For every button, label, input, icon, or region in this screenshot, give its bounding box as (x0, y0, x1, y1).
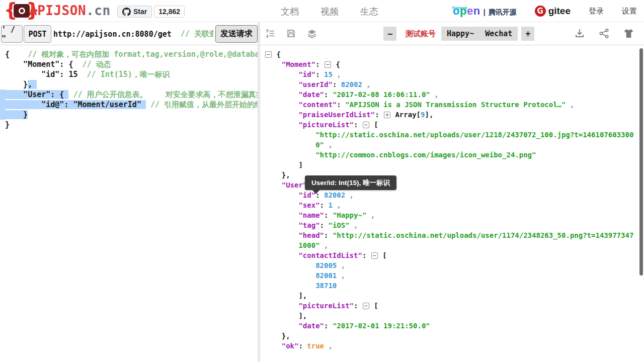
code-token (265, 121, 298, 129)
code-token: : (324, 90, 333, 99)
request-editor[interactable]: { // 根对象，可在内部加 format,tag,version,@role,… (0, 45, 258, 362)
code-token: , (337, 261, 345, 269)
code-token: : (320, 201, 329, 209)
code-token: "contactIdList" (298, 251, 362, 259)
collapse-icon[interactable]: − (265, 51, 272, 58)
code-token: "head" (298, 231, 324, 239)
code-token (265, 131, 315, 139)
layers-icon[interactable] (307, 29, 317, 39)
code-token (265, 101, 298, 109)
brand-name: APIJSON (29, 3, 86, 18)
code-line: "Moment": − { (265, 59, 644, 69)
tencent-divider: | (482, 9, 487, 17)
account-plus-button[interactable]: + (521, 27, 534, 41)
star-count[interactable]: 12,862 (154, 6, 185, 18)
code-token (265, 261, 315, 269)
collapse-icon[interactable]: − (325, 61, 331, 68)
quote-toggle-button[interactable]: ' / " (1, 25, 23, 43)
code-token: "date" (298, 322, 324, 330)
account-tab[interactable]: Wechat (479, 27, 518, 41)
nav-docs[interactable]: 文档 (281, 6, 299, 18)
settings-link[interactable]: 设置 (622, 7, 637, 16)
brand-title[interactable]: APIJSON.cn (29, 3, 111, 18)
code-token (265, 272, 315, 280)
nav-video[interactable]: 视频 (320, 6, 339, 18)
code-token: "sex" (298, 201, 319, 209)
main-nav: 文档 视频 生态 (281, 6, 378, 18)
code-token: : (375, 111, 383, 119)
toolbar: ' / " POST http://apijson.cn:8080/get //… (0, 22, 644, 45)
code-token: "id" (298, 70, 315, 78)
login-link[interactable]: 登录 (589, 7, 604, 16)
code-token: "2017-02-01 19:21:50.0" (333, 322, 430, 330)
code-token: , (320, 241, 329, 249)
code-line: "contactIdList": − [ (265, 250, 644, 260)
download-icon[interactable] (575, 28, 585, 41)
collapse-icon[interactable]: − (363, 122, 369, 128)
code-token: Array[ (391, 111, 421, 119)
github-star-widget[interactable]: Star 12,862 (117, 6, 185, 18)
expand-icon[interactable]: + (384, 112, 390, 118)
code-token: // Int(15)，唯一标识 (78, 70, 170, 79)
code-line: "date": "2017-02-08 16:06:11.0" , (265, 89, 644, 100)
gitee-logo[interactable]: G gitee (535, 6, 571, 17)
code-token: "Happy~" (333, 211, 366, 219)
code-token: 82002 (341, 80, 362, 88)
code-token: 82005 (315, 261, 337, 269)
code-token: // 引用赋值，从最外层开始的绝对( (146, 100, 258, 109)
account-tab[interactable]: 测试账号 (400, 27, 441, 41)
github-icon (122, 8, 131, 16)
logo-ring-icon (19, 8, 25, 14)
code-token: , (333, 70, 341, 78)
tshirt-icon[interactable] (623, 28, 634, 41)
code-line: "Moment": { // 动态 (5, 59, 258, 69)
code-token: "ok" (282, 342, 299, 350)
code-token: : (320, 221, 329, 229)
code-line: 1000" , (265, 240, 644, 250)
response-viewer[interactable]: − { "Moment": − { "id": 15 , "userId": 8… (260, 45, 644, 362)
code-line: "http://common.cnblogs.com/images/icon_w… (265, 150, 644, 160)
github-star-button[interactable]: Star (117, 6, 152, 18)
header-right-cluster: Tencent open | 腾讯开源 G gitee 登录 设置 (452, 0, 637, 22)
code-token (265, 221, 298, 229)
code-token: "User": { (5, 90, 68, 99)
save-icon[interactable] (286, 29, 296, 39)
code-line: "praiseUserIdList": + Array[9], (265, 110, 644, 120)
send-request-button[interactable]: 发送请求 (215, 25, 258, 43)
code-line: { // 根对象，可在内部加 format,tag,version,@role,… (5, 49, 258, 59)
code-token (265, 241, 298, 249)
code-token: : (324, 322, 333, 330)
account-bar: − 测试账号Happy~Wechat + (383, 27, 534, 41)
code-line: ], (265, 291, 644, 301)
code-token (265, 231, 298, 239)
code-token: , (28, 80, 37, 89)
toolbar-right-icons (575, 28, 634, 41)
http-method-button[interactable]: POST (24, 25, 51, 43)
code-token: { (332, 60, 340, 68)
code-token: true (307, 342, 324, 350)
sort-list-icon[interactable] (266, 29, 275, 39)
collapse-icon[interactable]: − (363, 303, 369, 309)
vertical-scrollbar[interactable] (639, 48, 643, 276)
code-token (265, 90, 298, 99)
account-minus-button[interactable]: − (383, 27, 396, 41)
gitee-label: gitee (548, 6, 571, 17)
code-token: "id": 15 (5, 70, 78, 79)
code-line: − { (265, 49, 644, 59)
share-icon[interactable] (599, 28, 609, 41)
code-line: 82001 , (265, 270, 644, 281)
code-token: 82002 (324, 191, 345, 199)
collapse-icon[interactable]: − (371, 252, 378, 259)
code-token: , (324, 342, 333, 350)
code-token: , (324, 141, 333, 149)
nav-ecosystem[interactable]: 生态 (360, 6, 378, 18)
code-token: // 根对象，可在内部加 format,tag,version,@role,@d… (10, 50, 258, 59)
code-token: }, (265, 332, 290, 340)
code-token: "date" (298, 90, 324, 99)
gitee-icon: G (535, 6, 546, 17)
tencent-open-logo[interactable]: Tencent open | 腾讯开源 (452, 6, 517, 17)
account-tab[interactable]: Happy~ (441, 27, 479, 41)
code-token: } (5, 120, 10, 129)
code-token: : (354, 302, 362, 310)
url-input[interactable]: http://apijson.cn:8080/get // 关联查询 (53, 25, 213, 43)
